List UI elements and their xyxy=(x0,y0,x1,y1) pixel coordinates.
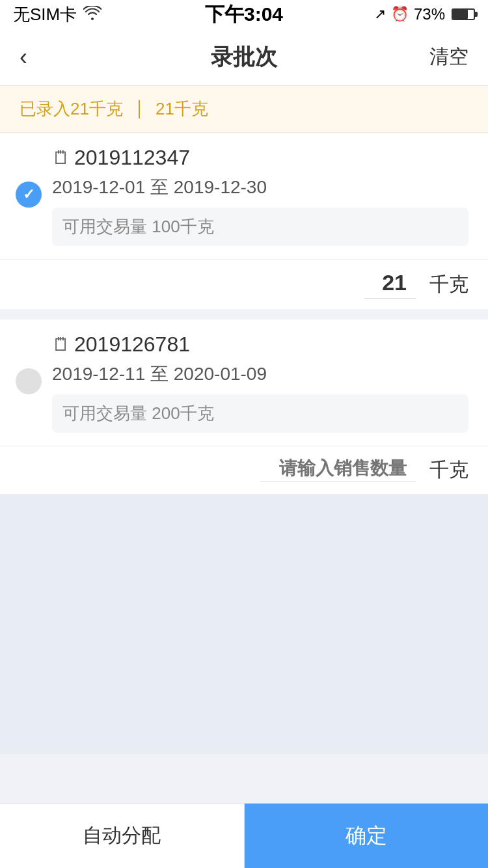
info-bar: 已录入21千克 21千克 xyxy=(0,86,488,133)
batch-id-text-2: 2019126781 xyxy=(74,332,190,357)
quantity-row-1: 千克 xyxy=(0,259,488,309)
batch-item-1-inner: 🗒 2019112347 2019-12-01 至 2019-12-30 可用交… xyxy=(0,133,488,259)
batch-id-row-1: 🗒 2019112347 xyxy=(52,146,468,170)
batch-item-1: 🗒 2019112347 2019-12-01 至 2019-12-30 可用交… xyxy=(0,133,488,309)
info-divider xyxy=(139,100,140,118)
page-title: 录批次 xyxy=(211,42,277,72)
quantity-input-wrap-2 xyxy=(260,458,416,482)
doc-icon-1: 🗒 xyxy=(52,147,70,169)
doc-icon-2: 🗒 xyxy=(52,334,70,355)
batch-selector-1[interactable] xyxy=(16,182,44,210)
auto-distribute-button[interactable]: 自动分配 xyxy=(0,804,245,868)
batch-avail-2: 可用交易量 200千克 xyxy=(52,394,468,433)
batch-item-2-inner: 🗒 2019126781 2019-12-11 至 2020-01-09 可用交… xyxy=(0,319,488,446)
quantity-unit-2: 千克 xyxy=(429,457,468,483)
selector-checked-icon[interactable] xyxy=(16,182,42,208)
bottom-empty-area xyxy=(0,494,488,754)
location-icon: ↗ xyxy=(374,6,386,23)
batch-selector-2[interactable] xyxy=(16,368,44,397)
main-content: 🗒 2019112347 2019-12-01 至 2019-12-30 可用交… xyxy=(0,133,488,819)
info-recorded-label: 已录入21千克 xyxy=(20,98,123,120)
quantity-unit-1: 千克 xyxy=(429,271,468,298)
battery-icon xyxy=(452,8,475,20)
quantity-input-2[interactable] xyxy=(260,458,416,479)
quantity-input-wrap-1 xyxy=(364,270,416,299)
status-right: ↗ ⏰ 73% xyxy=(374,5,475,23)
item-divider-1 xyxy=(0,309,488,319)
info-amount: 21千克 xyxy=(156,98,208,120)
status-left: 无SIM卡 xyxy=(13,3,102,26)
clear-button[interactable]: 清空 xyxy=(429,44,468,70)
status-time: 下午3:04 xyxy=(205,1,283,28)
batch-id-text-1: 2019112347 xyxy=(74,146,190,170)
carrier-text: 无SIM卡 xyxy=(13,3,77,26)
footer: 自动分配 确定 xyxy=(0,803,488,868)
batch-item-2: 🗒 2019126781 2019-12-11 至 2020-01-09 可用交… xyxy=(0,319,488,494)
alarm-icon: ⏰ xyxy=(391,6,409,23)
status-bar: 无SIM卡 下午3:04 ↗ ⏰ 73% xyxy=(0,0,488,29)
battery-text: 73% xyxy=(414,5,445,23)
back-button[interactable]: ‹ xyxy=(20,44,27,71)
batch-avail-1: 可用交易量 100千克 xyxy=(52,208,468,246)
batch-id-row-2: 🗒 2019126781 xyxy=(52,332,468,357)
quantity-input-1[interactable] xyxy=(364,270,416,295)
wifi-icon xyxy=(83,5,102,25)
quantity-row-2: 千克 xyxy=(0,446,488,494)
selector-unchecked-icon[interactable] xyxy=(16,368,42,394)
batch-date-2: 2019-12-11 至 2020-01-09 xyxy=(52,362,468,387)
batch-date-1: 2019-12-01 至 2019-12-30 xyxy=(52,175,468,200)
confirm-button[interactable]: 确定 xyxy=(245,804,489,868)
nav-bar: ‹ 录批次 清空 xyxy=(0,29,488,86)
